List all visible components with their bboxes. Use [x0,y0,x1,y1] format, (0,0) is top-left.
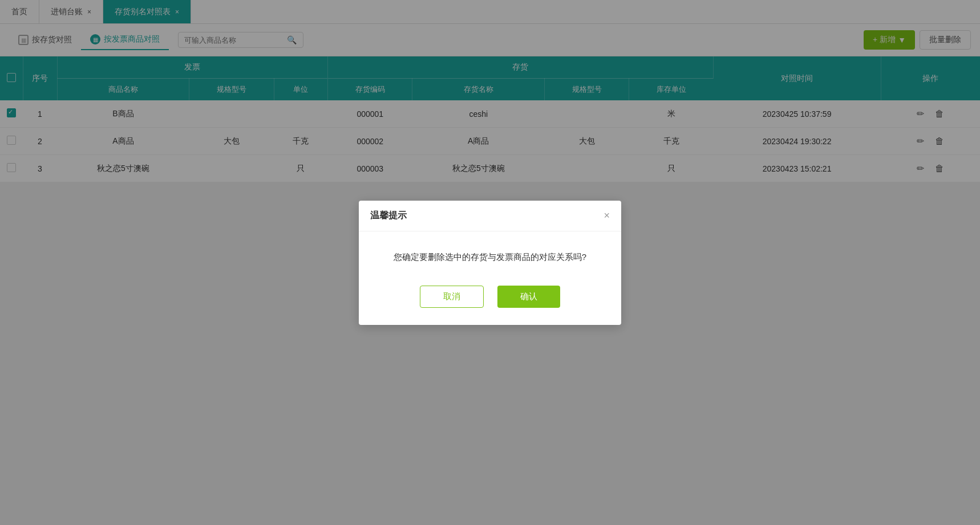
dialog-overlay: 温馨提示 × 您确定要删除选中的存货与发票商品的对应关系吗? 取消 确认 [0,0,980,182]
